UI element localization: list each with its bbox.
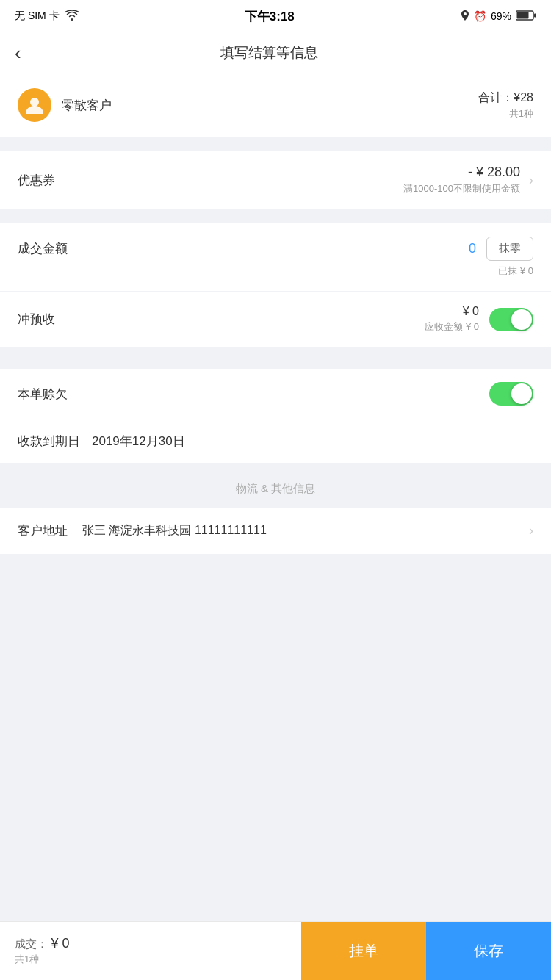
prepay-amount: ¥ 0 应收金额 ¥ 0 <box>425 305 479 334</box>
bottom-deal-amount: ¥ 0 <box>51 936 69 951</box>
deal-row1: 成交金额 0 抹零 <box>18 237 533 261</box>
svg-rect-2 <box>534 13 536 17</box>
due-date-row[interactable]: 收款到期日 2019年12月30日 <box>0 419 551 463</box>
bottom-bar: 成交： ¥ 0 共1种 挂单 保存 <box>0 921 551 980</box>
status-right: ⏰ 69% <box>461 10 536 23</box>
no-sim-text: 无 SIM 卡 <box>15 10 60 23</box>
toggle-thumb <box>511 309 532 330</box>
deal-amount-value[interactable]: 0 <box>454 241 476 256</box>
content: 零散客户 合计：¥28 共1种 优惠券 - ¥ 28.00 满1000-100不… <box>0 73 551 745</box>
coupon-label: 优惠券 <box>18 172 55 189</box>
bottom-buttons: 挂单 保存 <box>301 922 551 981</box>
page-title: 填写结算等信息 <box>36 43 503 62</box>
customer-total: 合计：¥28 <box>478 90 533 106</box>
address-chevron-right-icon: › <box>529 523 533 538</box>
svg-point-3 <box>30 98 39 107</box>
nav-bar: ‹ 填写结算等信息 <box>0 32 551 73</box>
prepay-row1: 冲预收 ¥ 0 应收金额 ¥ 0 <box>18 305 533 334</box>
divider2 <box>0 216 551 223</box>
deal-amount-section: 成交金额 0 抹零 已抹 ¥ 0 冲预收 ¥ 0 应收金额 ¥ 0 <box>0 223 551 347</box>
coupon-section: 优惠券 - ¥ 28.00 满1000-100不限制使用金额 › <box>0 151 551 209</box>
bottom-deal-label: 成交： <box>15 937 48 950</box>
due-date-label: 收款到期日 <box>18 433 80 450</box>
status-left: 无 SIM 卡 <box>15 10 79 23</box>
bottom-count: 共1种 <box>15 953 287 966</box>
customer-section: 零散客户 合计：¥28 共1种 <box>0 73 551 137</box>
coupon-value-right: - ¥ 28.00 满1000-100不限制使用金额 › <box>55 165 533 195</box>
wifi-icon <box>65 10 79 23</box>
customer-left: 零散客户 <box>18 88 112 122</box>
battery-percent: 69% <box>491 10 511 22</box>
address-section[interactable]: 客户地址 张三 海淀永丰科技园 11111111111 › <box>0 508 551 554</box>
deal-sub-label: 已抹 ¥ 0 <box>18 264 533 278</box>
coupon-desc: 满1000-100不限制使用金额 <box>403 182 520 195</box>
prepay-right: ¥ 0 应收金额 ¥ 0 <box>425 305 533 334</box>
status-bar: 无 SIM 卡 下午3:18 ⏰ 69% <box>0 0 551 32</box>
prepay-row: 冲预收 ¥ 0 应收金额 ¥ 0 <box>0 292 551 347</box>
logistics-label: 物流 & 其他信息 <box>236 482 315 496</box>
credit-section: 本单赊欠 收款到期日 2019年12月30日 <box>0 369 551 463</box>
round-zero-button[interactable]: 抹零 <box>486 237 533 261</box>
customer-name: 零散客户 <box>62 97 112 114</box>
credit-label: 本单赊欠 <box>18 386 68 403</box>
divider3 <box>0 354 551 361</box>
location-icon <box>461 10 469 23</box>
address-value: 张三 海淀永丰科技园 11111111111 <box>82 523 529 538</box>
prepay-label: 冲预收 <box>18 311 55 328</box>
divider1 <box>0 144 551 151</box>
battery-icon <box>516 10 536 23</box>
coupon-amount: - ¥ 28.00 <box>403 165 520 180</box>
svg-rect-1 <box>516 12 528 18</box>
hang-order-button[interactable]: 挂单 <box>301 922 426 981</box>
empty-area <box>0 554 551 686</box>
prepay-receivable: 应收金额 ¥ 0 <box>425 320 479 334</box>
prepay-toggle[interactable] <box>489 308 533 331</box>
coupon-chevron-right-icon: › <box>529 173 533 188</box>
due-date-value: 2019年12月30日 <box>92 433 185 450</box>
hang-order-label: 挂单 <box>349 941 378 961</box>
credit-row: 本单赊欠 <box>0 369 551 419</box>
coupon-value: - ¥ 28.00 满1000-100不限制使用金额 <box>403 165 520 195</box>
credit-toggle[interactable] <box>489 382 533 406</box>
coupon-row[interactable]: 优惠券 - ¥ 28.00 满1000-100不限制使用金额 › <box>0 151 551 209</box>
save-button[interactable]: 保存 <box>426 922 551 981</box>
customer-count: 共1种 <box>478 107 533 120</box>
credit-toggle-thumb <box>511 383 532 404</box>
customer-right: 合计：¥28 共1种 <box>478 90 533 120</box>
alarm-icon: ⏰ <box>474 10 486 22</box>
bottom-deal-row: 成交： ¥ 0 <box>15 936 287 951</box>
deal-amount-row: 成交金额 0 抹零 已抹 ¥ 0 <box>0 223 551 292</box>
address-label: 客户地址 <box>18 522 68 539</box>
status-time: 下午3:18 <box>245 8 295 25</box>
deal-label: 成交金额 <box>18 240 68 257</box>
avatar <box>18 88 51 122</box>
bottom-info: 成交： ¥ 0 共1种 <box>0 936 301 966</box>
logistics-header: 物流 & 其他信息 <box>0 470 551 508</box>
save-label: 保存 <box>474 941 503 961</box>
back-button[interactable]: ‹ <box>15 43 21 62</box>
deal-right1: 0 抹零 <box>454 237 533 261</box>
prepay-val: ¥ 0 <box>425 305 479 318</box>
